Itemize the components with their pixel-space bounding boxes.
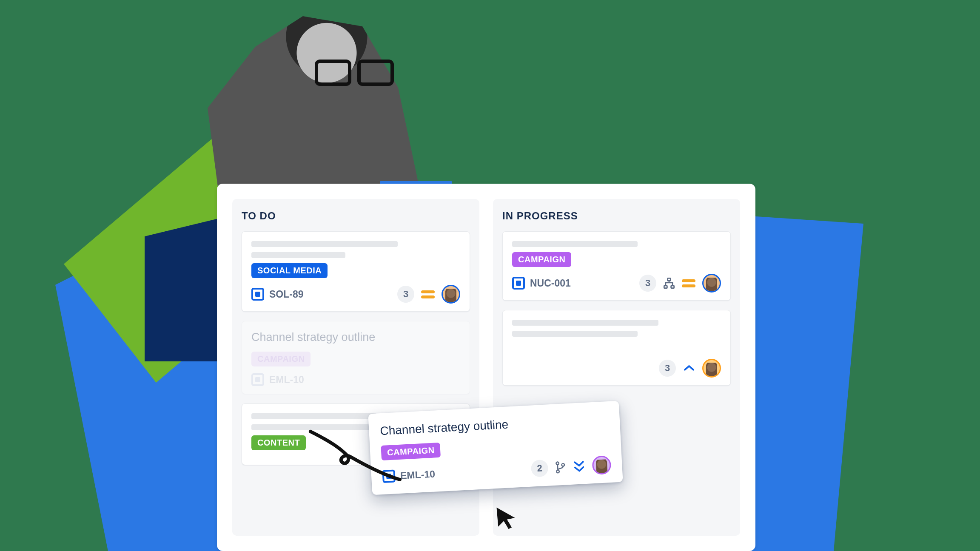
assignee-avatar[interactable] xyxy=(702,359,721,378)
card-title-placeholder xyxy=(512,331,638,337)
story-points-badge: 3 xyxy=(659,360,676,377)
priority-medium-icon xyxy=(682,278,695,288)
card-sol-89[interactable]: SOCIAL MEDIA SOL-89 3 xyxy=(242,231,470,312)
git-branch-icon xyxy=(555,460,567,474)
card-title: Channel strategy outline xyxy=(380,412,609,438)
story-icon xyxy=(512,277,525,290)
card-eml-10-ghost: Channel strategy outline CAMPAIGN EML-10 xyxy=(242,321,470,394)
decorative-person-photo xyxy=(196,0,434,200)
svg-rect-1 xyxy=(664,286,667,288)
column-title-todo: TO DO xyxy=(242,210,470,222)
hierarchy-icon xyxy=(663,277,675,289)
card-title-placeholder xyxy=(251,252,345,258)
svg-rect-0 xyxy=(668,278,671,281)
card-title: Channel strategy outline xyxy=(251,331,460,344)
column-title-inprogress: IN PROGRESS xyxy=(502,210,731,222)
cursor-pointer-icon xyxy=(493,505,519,531)
issue-key[interactable]: EML-10 xyxy=(400,468,435,481)
story-icon xyxy=(251,288,264,301)
assignee-avatar[interactable] xyxy=(702,274,721,293)
card-title-placeholder xyxy=(512,320,658,326)
card-nuc-001[interactable]: CAMPAIGN NUC-001 3 xyxy=(502,231,731,301)
dragging-card[interactable]: Channel strategy outline CAMPAIGN EML-10… xyxy=(368,401,623,495)
issue-key: EML-10 xyxy=(269,374,304,386)
tag-social-media[interactable]: SOCIAL MEDIA xyxy=(251,263,328,278)
card-title-placeholder xyxy=(251,413,377,419)
decorative-glasses xyxy=(315,60,391,81)
issue-key[interactable]: NUC-001 xyxy=(530,278,571,289)
story-points-badge: 2 xyxy=(531,460,549,477)
priority-high-icon xyxy=(683,362,695,375)
svg-rect-2 xyxy=(671,286,674,288)
priority-lowest-icon xyxy=(573,460,586,473)
story-points-badge: 3 xyxy=(639,275,656,292)
story-icon xyxy=(251,373,264,386)
assignee-avatar[interactable] xyxy=(592,455,611,475)
card-inprogress-2[interactable]: 3 xyxy=(502,310,731,386)
priority-medium-icon xyxy=(421,289,435,299)
assignee-avatar[interactable] xyxy=(442,285,460,304)
kanban-board: TO DO SOCIAL MEDIA SOL-89 3 Channel stra… xyxy=(217,184,755,551)
card-title-placeholder xyxy=(251,241,398,247)
tag-campaign[interactable]: CAMPAIGN xyxy=(512,252,571,267)
tag-content[interactable]: CONTENT xyxy=(251,435,306,450)
issue-key[interactable]: SOL-89 xyxy=(269,289,304,300)
story-points-badge: 3 xyxy=(397,286,414,303)
card-title-placeholder xyxy=(512,241,638,247)
hand-drawn-arrow xyxy=(306,425,404,485)
tag-campaign: CAMPAIGN xyxy=(251,352,311,366)
